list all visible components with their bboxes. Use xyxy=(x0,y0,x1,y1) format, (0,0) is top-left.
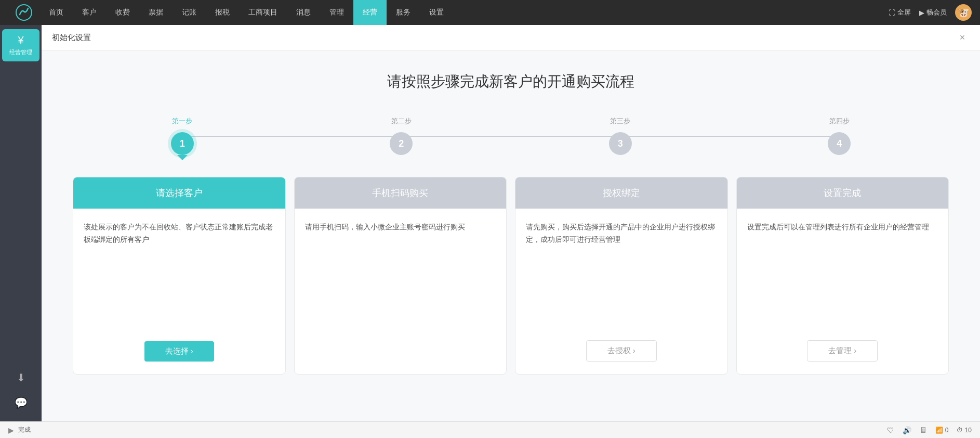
page-title: 初始化设置 xyxy=(52,33,91,43)
fullscreen-icon: ⛶ xyxy=(889,9,895,17)
card-footer-3: 去授权 › xyxy=(515,332,727,374)
sidebar-download-btn[interactable]: ⬇ xyxy=(10,367,31,388)
step-label-2: 第二步 xyxy=(391,117,412,126)
card-footer-1: 去选择 › xyxy=(73,333,285,374)
main-content: 请按照步骤完成新客户的开通购买流程 第一步1›第二步2›第三步3›第四步4 请选… xyxy=(42,51,980,421)
card-body-1: 该处展示的客户为不在回收站、客户状态正常建账后完成老板端绑定的所有客户 xyxy=(73,209,285,333)
page-heading: 请按照步骤完成新客户的开通购买流程 xyxy=(73,72,949,92)
step-card-3: 授权绑定请先购买，购买后选择开通的产品中的企业用户进行授权绑定，成功后即可进行经… xyxy=(515,177,728,375)
sidebar-bottom: ⬇ 💬 xyxy=(10,367,31,421)
step-connector-1: › xyxy=(182,136,402,137)
card-body-4: 设置完成后可以在管理列表进行所有企业用户的经营管理 xyxy=(737,209,949,332)
fullscreen-btn[interactable]: ⛶ 全屏 xyxy=(889,8,911,17)
step-label-4: 第四步 xyxy=(829,117,850,126)
status-bar-right: 🛡 🔊 🖩 📶 0 ⏱ 10 xyxy=(887,426,972,434)
step-circle-3: 3 xyxy=(609,132,632,155)
sidebar: ¥ 经营管理 ⬇ 💬 xyxy=(0,25,42,421)
nav-item-客户[interactable]: 客户 xyxy=(73,0,106,25)
card-header-4: 设置完成 xyxy=(737,177,949,209)
step-label-1: 第一步 xyxy=(172,117,192,126)
avatar[interactable]: 🐮 xyxy=(955,4,972,21)
svg-point-0 xyxy=(16,5,32,20)
status-text: 完成 xyxy=(18,426,31,434)
status-bar: ▶ 完成 🛡 🔊 🖩 📶 0 ⏱ 10 xyxy=(0,421,980,438)
step-card-2: 手机扫码购买请用手机扫码，输入小微企业主账号密码进行购买 xyxy=(294,177,507,375)
nav-items: 首页客户收费票据记账报税工商项目消息管理经营服务设置 xyxy=(39,0,889,25)
action-btn-1[interactable]: 去选择 › xyxy=(144,341,214,362)
step-circle-4: 4 xyxy=(828,132,851,155)
nav-item-设置[interactable]: 设置 xyxy=(420,0,453,25)
card-body-3: 请先购买，购买后选择开通的产品中的企业用户进行授权绑定，成功后即可进行经营管理 xyxy=(515,209,727,332)
nav-item-首页[interactable]: 首页 xyxy=(39,0,73,25)
card-header-3: 授权绑定 xyxy=(515,177,727,209)
action-btn-4[interactable]: 去管理 › xyxy=(807,340,878,362)
shield-icon: 🛡 xyxy=(887,426,894,434)
sidebar-item-management[interactable]: ¥ 经营管理 xyxy=(2,29,39,61)
nav-item-服务[interactable]: 服务 xyxy=(387,0,420,25)
step-card-4: 设置完成设置完成后可以在管理列表进行所有企业用户的经营管理去管理 › xyxy=(736,177,949,375)
card-header-1: 请选择客户 xyxy=(73,177,285,209)
nav-item-记账[interactable]: 记账 xyxy=(173,0,206,25)
step-connector-3: › xyxy=(620,136,840,137)
step-wrapper-1: 第一步1› xyxy=(73,117,292,160)
cards-container: 请选择客户该处展示的客户为不在回收站、客户状态正常建账后完成老板端绑定的所有客户… xyxy=(73,177,949,375)
step-label-3: 第三步 xyxy=(610,117,630,126)
main-layout: ¥ 经营管理 ⬇ 💬 初始化设置 × 请按照步骤完成新客户的开通购买流程 第一步… xyxy=(0,25,980,421)
nav-item-管理[interactable]: 管理 xyxy=(320,0,353,25)
nav-right: ⛶ 全屏 ▶ 畅会员 🐮 xyxy=(889,4,972,21)
step-circle-1: 1 xyxy=(171,132,194,155)
card-body-2: 请用手机扫码，输入小微企业主账号密码进行购买 xyxy=(295,209,507,343)
logo xyxy=(8,4,39,21)
action-btn-3[interactable]: 去授权 › xyxy=(586,340,657,362)
sidebar-chat-btn[interactable]: 💬 xyxy=(10,392,31,413)
card-header-2: 手机扫码购买 xyxy=(295,177,507,209)
network-status: 📶 0 xyxy=(935,427,948,434)
content-area: 初始化设置 × 请按照步骤完成新客户的开通购买流程 第一步1›第二步2›第三步3… xyxy=(42,25,980,421)
calculator-icon: 🖩 xyxy=(920,426,927,434)
nav-item-票据[interactable]: 票据 xyxy=(139,0,173,25)
member-btn[interactable]: ▶ 畅会员 xyxy=(919,8,947,17)
nav-item-经营[interactable]: 经营 xyxy=(353,0,387,25)
content-header: 初始化设置 × xyxy=(42,25,980,51)
management-icon: ¥ xyxy=(18,34,23,46)
nav-item-工商项目[interactable]: 工商项目 xyxy=(239,0,287,25)
sidebar-item-label: 经营管理 xyxy=(9,48,32,56)
step-circle-2: 2 xyxy=(390,132,413,155)
nav-item-收费[interactable]: 收费 xyxy=(106,0,139,25)
steps-container: 第一步1›第二步2›第三步3›第四步4 xyxy=(73,117,949,160)
timer-status: ⏱ 10 xyxy=(957,427,972,434)
step-pointer-1 xyxy=(177,155,188,160)
step-connector-2: › xyxy=(401,136,620,137)
close-button[interactable]: × xyxy=(955,31,970,45)
play-icon: ▶ xyxy=(919,9,924,17)
card-footer-4: 去管理 › xyxy=(737,332,949,374)
step-card-1: 请选择客户该处展示的客户为不在回收站、客户状态正常建账后完成老板端绑定的所有客户… xyxy=(73,177,286,375)
status-bar-left: ▶ 完成 xyxy=(8,426,31,434)
nav-item-报税[interactable]: 报税 xyxy=(206,0,239,25)
nav-item-消息[interactable]: 消息 xyxy=(287,0,320,25)
top-nav: 首页客户收费票据记账报税工商项目消息管理经营服务设置 ⛶ 全屏 ▶ 畅会员 🐮 xyxy=(0,0,980,25)
volume-icon[interactable]: 🔊 xyxy=(903,426,911,434)
play-status-icon[interactable]: ▶ xyxy=(8,426,14,434)
